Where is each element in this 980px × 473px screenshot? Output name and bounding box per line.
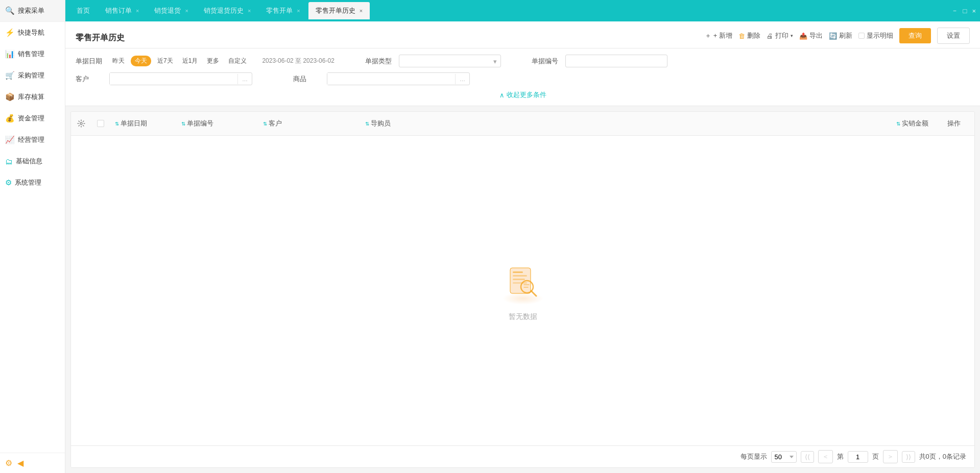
settings-button[interactable]: 设置	[937, 28, 970, 44]
sidebar-item-sales-mgmt[interactable]: 📊 销售管理	[0, 43, 65, 65]
svg-rect-3	[513, 271, 523, 273]
toolbar: ＋ + 新增 🗑 删除 🖨 打印 ▾ 📤 导出 🔄	[705, 28, 970, 48]
date-opt-more[interactable]: 更多	[204, 56, 222, 66]
tab-sales-return-close[interactable]: ×	[185, 8, 188, 14]
tab-sales-return-history-close[interactable]: ×	[248, 8, 251, 14]
table-header: ⇅ 单据日期 ⇅ 单据编号 ⇅ 客户 ⇅ 导购员 ⇅ 实销金额	[71, 112, 974, 136]
sidebar-item-purchase-mgmt[interactable]: 🛒 采购管理	[0, 65, 65, 86]
filter-area: 单据日期 昨天 今天 近7天 近1月 更多 自定义 2023-06-02 至 2…	[65, 48, 980, 106]
export-button[interactable]: 📤 导出	[799, 31, 823, 40]
maximize-btn[interactable]: □	[963, 7, 967, 15]
date-opt-today[interactable]: 今天	[131, 56, 151, 66]
th-action: 操作	[934, 116, 974, 131]
order-type-label: 单据类型	[365, 57, 396, 66]
th-order-sort-icon: ⇅	[181, 121, 185, 127]
next-page-btn[interactable]: ＞	[883, 450, 898, 463]
settings-bottom-icon[interactable]: ⚙	[5, 458, 12, 468]
sidebar-item-sys-mgmt[interactable]: ⚙ 系统管理	[0, 172, 65, 193]
tab-retail-open[interactable]: 零售开单 ×	[259, 2, 307, 19]
last-page-btn[interactable]: ⟩⟩	[902, 451, 915, 463]
tab-home-label: 首页	[77, 6, 90, 15]
collapse-label: 收起更多条件	[507, 90, 546, 99]
tab-retail-open-history[interactable]: 零售开单历史 ×	[308, 2, 370, 19]
checkbox-empty	[858, 33, 865, 39]
sidebar-search[interactable]: 🔍 搜索采单	[0, 0, 65, 22]
tab-retail-open-history-close[interactable]: ×	[360, 8, 363, 14]
page-size-select[interactable]: 50 100	[771, 451, 797, 463]
date-options: 昨天 今天 近7天 近1月 更多 自定义	[109, 56, 250, 66]
client-dots-btn[interactable]: …	[237, 74, 252, 84]
svg-point-0	[80, 122, 82, 125]
tab-home[interactable]: 首页	[69, 2, 97, 19]
date-filter: 单据日期 昨天 今天 近7天 近1月 更多 自定义	[76, 56, 250, 66]
sidebar-item-finance[interactable]: 💰 资金管理	[0, 108, 65, 129]
minimize-btn[interactable]: －	[951, 6, 958, 15]
show-detail-button[interactable]: 显示明细	[858, 31, 893, 40]
sidebar-search-label: 搜索采单	[18, 6, 44, 15]
date-opt-last7[interactable]: 近7天	[154, 56, 176, 66]
tab-sales-return-history[interactable]: 销货退货历史 ×	[197, 2, 258, 19]
print-icon: 🖨	[767, 32, 773, 40]
client-label: 客户	[76, 74, 106, 84]
delete-button[interactable]: 🗑 删除	[738, 31, 760, 40]
date-opt-last-month[interactable]: 近1月	[179, 56, 201, 66]
page-content: 零售开单历史 ＋ + 新增 🗑 删除 🖨 打印 ▾ 📤 导出	[65, 21, 980, 473]
date-opt-yesterday[interactable]: 昨天	[109, 56, 128, 66]
tab-retail-open-history-label: 零售开单历史	[316, 6, 355, 15]
filter-row-1: 单据日期 昨天 今天 近7天 近1月 更多 自定义 2023-06-02 至 2…	[76, 55, 970, 67]
sidebar-item-quick-nav[interactable]: ⚡ 快捷导航	[0, 22, 65, 43]
th-settings[interactable]	[71, 116, 91, 131]
sidebar-bottom: ⚙ ◀	[0, 453, 65, 473]
base-info-icon: 🗂	[5, 157, 13, 166]
table-area: ⇅ 单据日期 ⇅ 单据编号 ⇅ 客户 ⇅ 导购员 ⇅ 实销金额	[70, 111, 975, 468]
filter-collapse-btn[interactable]: ∧ 收起更多条件	[76, 90, 970, 99]
purchase-mgmt-icon: 🛒	[5, 71, 15, 80]
collapse-icon[interactable]: ◀	[17, 458, 23, 468]
svg-rect-4	[513, 275, 527, 277]
add-button[interactable]: ＋ + 新增	[705, 31, 732, 40]
chevron-up-icon: ∧	[499, 91, 505, 99]
th-order[interactable]: ⇅ 单据编号	[176, 116, 258, 131]
tab-sales-return-label: 销货退货	[154, 6, 181, 15]
order-num-input[interactable]	[565, 55, 667, 67]
sidebar-item-ops-mgmt[interactable]: 📈 经营管理	[0, 129, 65, 151]
order-num-filter: 单据编号	[532, 55, 667, 67]
th-guide[interactable]: ⇅ 导购员	[360, 116, 421, 131]
sidebar-item-label: 采购管理	[18, 71, 44, 80]
th-checkbox[interactable]	[91, 117, 110, 130]
sys-mgmt-icon: ⚙	[5, 178, 12, 187]
ops-mgmt-icon: 📈	[5, 135, 15, 144]
order-num-label: 单据编号	[532, 57, 562, 66]
th-client-sort-icon: ⇅	[263, 121, 267, 127]
sidebar-item-label: 销售管理	[18, 49, 44, 59]
goods-filter: 商品 …	[293, 72, 470, 85]
page-input[interactable]: 1	[848, 451, 868, 463]
refresh-button[interactable]: 🔄 刷新	[829, 31, 852, 40]
tab-sales-return[interactable]: 销货退货 ×	[147, 2, 195, 19]
client-input[interactable]	[110, 73, 237, 85]
client-input-wrapper: …	[109, 72, 252, 85]
print-button[interactable]: 🖨 打印 ▾	[767, 31, 793, 40]
sidebar-item-inventory[interactable]: 📦 库存核算	[0, 86, 65, 108]
select-all-checkbox[interactable]	[97, 120, 104, 127]
tab-bar: 首页 销售订单 × 销货退货 × 销货退货历史 × 零售开单 × 零售开单历史 …	[65, 0, 980, 21]
tab-sales-order-close[interactable]: ×	[136, 8, 139, 14]
sidebar-item-base-info[interactable]: 🗂 基础信息	[0, 151, 65, 172]
th-amount[interactable]: ⇅ 实销金额	[421, 116, 934, 131]
date-opt-custom[interactable]: 自定义	[225, 56, 250, 66]
prev-page-btn[interactable]: ＜	[818, 450, 833, 463]
search-icon: 🔍	[5, 6, 15, 15]
order-type-select[interactable]	[399, 55, 501, 67]
tab-retail-open-close[interactable]: ×	[297, 8, 300, 14]
th-client[interactable]: ⇅ 客户	[258, 116, 360, 131]
goods-dots-btn[interactable]: …	[455, 74, 469, 84]
first-page-btn[interactable]: ⟨⟨	[801, 451, 814, 463]
close-btn[interactable]: ×	[972, 7, 976, 15]
tab-sales-order[interactable]: 销售订单 ×	[98, 2, 146, 19]
per-page-label: 每页显示	[740, 452, 767, 461]
th-date[interactable]: ⇅ 单据日期	[110, 116, 176, 131]
query-button[interactable]: 查询	[899, 28, 931, 43]
page-label: 第	[837, 452, 844, 461]
sidebar: 🔍 搜索采单 ⚡ 快捷导航 📊 销售管理 🛒 采购管理 📦 库存核算 💰 资金管…	[0, 0, 65, 473]
goods-input[interactable]	[327, 73, 455, 85]
